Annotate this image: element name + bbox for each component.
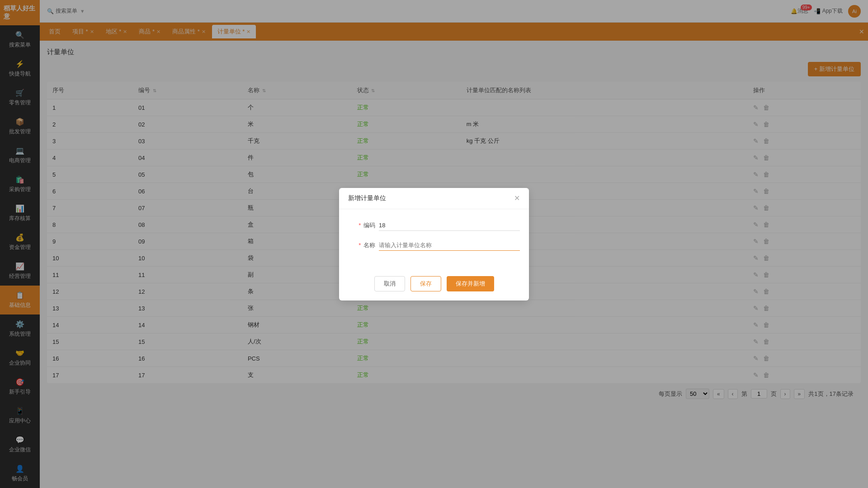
cancel-button[interactable]: 取消 [374,276,405,291]
code-input[interactable] [379,220,520,231]
required-star-name: * [359,242,361,249]
form-row-code: * 编码 [348,220,520,231]
add-unit-modal: 新增计量单位 ✕ * 编码 * 名称 取消 保存 保存并新增 [339,188,529,300]
name-input[interactable] [379,240,520,251]
name-label: * 名称 [348,241,375,249]
form-row-name: * 名称 [348,240,520,251]
code-label: * 编码 [348,221,375,230]
name-label-text: 名称 [363,242,375,249]
required-star-code: * [359,222,361,229]
modal-close-btn[interactable]: ✕ [514,195,520,202]
modal-overlay: 新增计量单位 ✕ * 编码 * 名称 取消 保存 保存并新增 [0,0,868,488]
modal-body: * 编码 * 名称 [339,209,529,271]
modal-header: 新增计量单位 ✕ [339,188,529,209]
save-new-button[interactable]: 保存并新增 [447,276,494,291]
save-button[interactable]: 保存 [410,276,441,291]
code-label-text: 编码 [363,222,375,229]
modal-title: 新增计量单位 [348,194,386,202]
modal-footer: 取消 保存 保存并新增 [339,271,529,300]
